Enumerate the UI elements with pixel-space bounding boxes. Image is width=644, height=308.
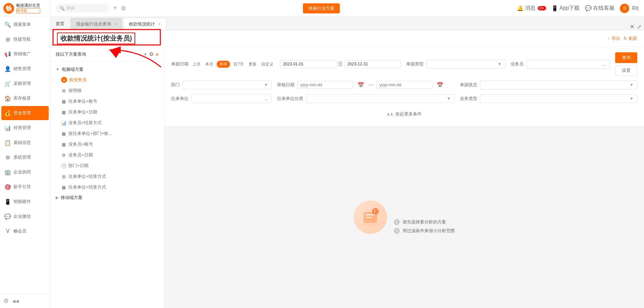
review-date-to-input[interactable] [376, 81, 433, 89]
page-actions: ↑ 导出 ↻ 刷新 [608, 36, 638, 42]
sidebar-item-hardware[interactable]: 📱 智能硬件 [1, 195, 49, 209]
sidebar-item-basic[interactable]: 📋 基础信息 [1, 136, 49, 150]
hardware-icon: 📱 [5, 199, 11, 205]
tab-bank-flow[interactable]: 现金银行流水查询 × [70, 18, 122, 30]
tree-item-by-salesperson[interactable]: ● 按业务员 [50, 74, 164, 85]
date-btn-this-month[interactable]: 本月 [204, 61, 215, 68]
messages-button[interactable]: 🔔 消息 99+ [517, 5, 546, 12]
user-profile[interactable]: R Rit [620, 4, 639, 13]
salesperson-select[interactable]: ... [526, 60, 610, 69]
sidebar-item-operations[interactable]: 📊 经营管理 [1, 121, 49, 135]
tab-close-all-icon[interactable]: ✕ [630, 23, 634, 30]
refresh-button[interactable]: ↻ 刷新 [624, 36, 637, 42]
tab-collection-stats-close[interactable]: × [158, 22, 161, 27]
tree-arrow-pc: ▼ [56, 67, 60, 72]
business-type-select[interactable]: ▼ [480, 94, 637, 103]
date-btn-this-year[interactable]: 本年 [217, 61, 230, 68]
tabs-end-actions: ✕ ⤢ [630, 23, 644, 30]
tree-item-unit-settlement2[interactable]: ▦ 往来单位+结算方式 [50, 182, 164, 193]
dept-select[interactable]: ▼ [182, 81, 272, 89]
refresh-icon: ↻ [624, 36, 627, 41]
unit-dept-collect-icon: ▦ [61, 131, 66, 136]
topbar-search-box[interactable]: 🔍 搜索 [56, 4, 109, 12]
tab-bank-flow-close[interactable]: × [114, 22, 117, 27]
voucher-type-select[interactable]: ▼ [426, 60, 505, 68]
tab-collection-stats[interactable]: 收款情况统计 × [123, 18, 166, 30]
date-btn-last-month[interactable]: 上月 [191, 61, 202, 68]
filter-add-button[interactable]: + [144, 51, 147, 57]
query-button[interactable]: 查询 [615, 52, 637, 63]
logo-icon: 畅 [3, 3, 14, 14]
purchase-icon: 🛒 [5, 81, 11, 87]
messages-badge: 99+ [538, 6, 546, 10]
sidebar-item-wechat[interactable]: 💬 企业微信 [1, 209, 49, 223]
sidebar-item-quick-nav[interactable]: ⊞ 快捷导航 [1, 32, 49, 46]
sidebar-collapse-icon[interactable]: ◀◀ [12, 299, 19, 304]
tree-item-unit-settlement1[interactable]: ⊞ 往来单位+结算方式 [50, 171, 164, 182]
voucher-salesperson-group: 单据类型 ▼ 业务员 ... [406, 60, 610, 69]
tree-arrow-mobile: ▶ [56, 195, 59, 200]
date-field: 单据日期 上月 本月 本年 近7天 更多 自定义 至 [171, 60, 401, 68]
tree-item-unit-date[interactable]: ▦ 往来单位+日期 [50, 107, 164, 117]
filter-collapse-button[interactable]: « [156, 51, 159, 57]
search-icon: 🔍 [5, 21, 11, 28]
tree-item-salesperson-date[interactable]: ⚙ 业务员+日期 [50, 150, 164, 160]
settings-button[interactable]: 设置 [615, 65, 637, 76]
tree-item-unit-account[interactable]: ▦ 往来单位+账号 [50, 96, 164, 107]
salesperson-dots[interactable]: ... [602, 62, 606, 67]
sidebar-item-member[interactable]: V 畅会员 [1, 224, 49, 238]
tree-item-salesperson-account[interactable]: ▦ 业务员+账号 [50, 139, 164, 150]
member-icon: V [5, 228, 11, 234]
export-button[interactable]: ↑ 导出 [608, 36, 621, 42]
sidebar-item-marketing[interactable]: 📢 营销推广 [1, 47, 49, 61]
date-btn-more[interactable]: 更多 [247, 61, 258, 68]
tree-item-dept-date[interactable]: 🕐 部门+日期 [50, 160, 164, 171]
svg-rect-3 [365, 217, 372, 218]
dept-arrow: ▼ [264, 83, 268, 87]
date-btn-custom[interactable]: 自定义 [260, 61, 275, 68]
sidebar-item-sales[interactable]: 👤 销售管理 [1, 62, 49, 76]
topbar-dropdown-icon[interactable]: ▼ [112, 5, 118, 12]
tree-group-pc-header[interactable]: ▼ 电脑端方案 [50, 64, 164, 74]
tree-item-unit-dept-collect[interactable]: ▦ 按往来单位+部门+收... [50, 128, 164, 139]
sidebar-item-enterprise[interactable]: 🏢 企业协同 [1, 165, 49, 179]
empty-state-content: ! 1 请先选择要分析的方案 2 用过滤条件来缩小分析范围 [354, 200, 455, 234]
sidebar-item-inventory[interactable]: 🏠 库存核算 [1, 91, 49, 105]
tree-item-by-detail[interactable]: ⊞ 按明细 [50, 85, 164, 96]
unit-category-select[interactable]: ▼ [306, 94, 454, 103]
inventory-icon: 🏠 [5, 95, 11, 101]
dept-field: 部门 ▼ [171, 81, 272, 89]
dept-date-icon: 🕐 [61, 163, 66, 168]
unit-select[interactable]: ... [191, 94, 272, 103]
collapse-more-button[interactable]: ∧∧ 收起更多条件 [171, 108, 637, 120]
filter-tree: ▼ 电脑端方案 ● 按业务员 ⊞ 按明细 ▦ 往来单位+账号 [50, 62, 164, 308]
date-btn-last-7-days[interactable]: 近7天 [232, 61, 245, 68]
sidebar-item-finance[interactable]: 💰 资金管理 [1, 106, 49, 120]
sidebar-settings-icon[interactable]: ⚙ [3, 297, 9, 305]
tab-maximize-icon[interactable]: ⤢ [637, 23, 641, 30]
sidebar-item-purchase[interactable]: 🛒 采购管理 [1, 76, 49, 91]
avatar: R [620, 4, 629, 13]
tree-group-mobile-header[interactable]: ▶ 移动端方案 [50, 193, 164, 203]
unit-dots[interactable]: ... [264, 96, 268, 101]
online-service-button[interactable]: 💬 在线客服 [585, 5, 614, 12]
date-from-input[interactable] [280, 60, 336, 68]
voucher-status-select[interactable]: ▼ [480, 81, 637, 89]
guide-icon: 🎯 [5, 184, 11, 190]
tab-home[interactable]: 首页 [50, 18, 70, 30]
marketing-icon: 📢 [5, 51, 11, 57]
detail-icon: ⊞ [61, 88, 66, 93]
sidebar-item-system[interactable]: ⚙ 系统管理 [1, 150, 49, 164]
review-date-from-input[interactable] [297, 81, 354, 89]
sidebar-item-guide[interactable]: 🎯 新手引导 [1, 180, 49, 194]
trial-industry-button[interactable]: 体验行业方案 [303, 3, 340, 13]
filter-settings-button[interactable]: ⚙ [149, 51, 154, 57]
topbar-settings-icon[interactable]: ⚙ [121, 5, 126, 12]
app-download-button[interactable]: 📱 App下载 [551, 5, 580, 12]
voucher-status-arrow: ▼ [630, 83, 634, 87]
basic-icon: 📋 [5, 140, 11, 146]
sidebar-item-search[interactable]: 🔍 搜索菜单 [1, 17, 49, 32]
tree-item-salesperson-settlement[interactable]: 📊 业务员+结算方式 [50, 117, 164, 128]
date-to-input[interactable] [344, 60, 401, 68]
voucher-type-arrow: ▼ [497, 62, 501, 66]
